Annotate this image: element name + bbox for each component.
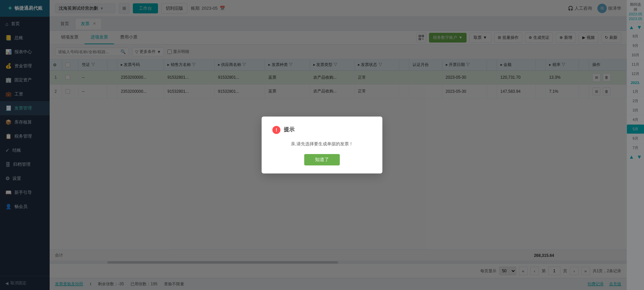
modal-warning-icon: ! — [272, 126, 280, 134]
modal-message: 亲,请先选择要生成单据的发票！ — [291, 141, 353, 146]
modal-overlay[interactable]: ! 提示 亲,请先选择要生成单据的发票！ 知道了 — [0, 0, 644, 290]
modal-footer: 知道了 — [272, 154, 372, 165]
modal-body: 亲,请先选择要生成单据的发票！ — [272, 139, 372, 149]
modal-title-row: ! 提示 — [272, 126, 294, 134]
modal-dialog: ! 提示 亲,请先选择要生成单据的发票！ 知道了 — [262, 117, 382, 174]
modal-ok-button[interactable]: 知道了 — [304, 154, 340, 165]
modal-title: 提示 — [284, 126, 294, 133]
